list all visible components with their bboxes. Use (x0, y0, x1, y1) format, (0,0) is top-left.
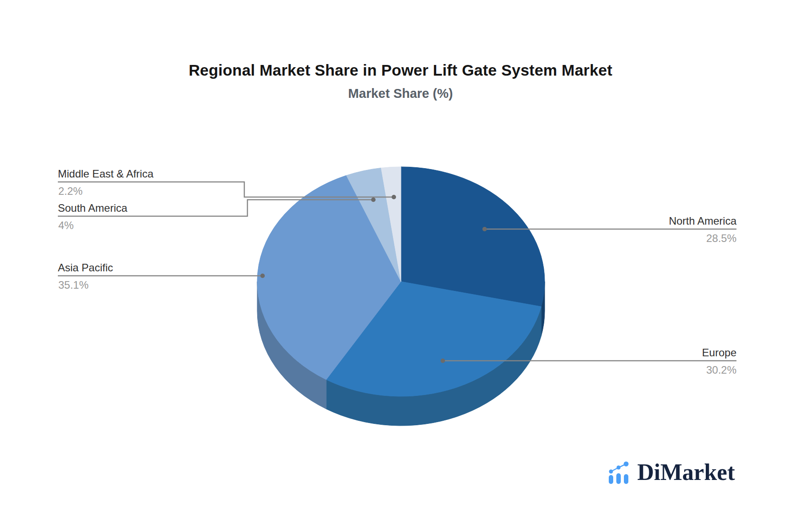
bar-line-chart-icon (608, 460, 631, 485)
leader-dot (482, 227, 487, 231)
slice-value-europe: 30.2% (706, 363, 736, 377)
slice-value-north-america: 28.5% (706, 232, 736, 245)
leader-dot (260, 274, 265, 278)
slice-label-middle-east-africa: Middle East & Africa (58, 167, 154, 181)
slice-value-middle-east-africa: 2.2% (58, 185, 83, 198)
leader-dot (441, 359, 445, 363)
slice-value-asia-pacific: 35.1% (58, 278, 89, 292)
slice-label-south-america: South America (58, 202, 127, 215)
slice-label-asia-pacific: Asia Pacific (58, 261, 113, 274)
leader-dot (371, 197, 376, 202)
slice-label-north-america: North America (669, 214, 736, 228)
pie-chart-canvas (0, 0, 801, 532)
slice-value-south-america: 4% (58, 219, 74, 232)
leader-dot (392, 195, 396, 199)
dimarket-logo-text: DiMarket (637, 460, 735, 485)
slice-label-europe: Europe (702, 346, 736, 359)
dimarket-logo[interactable]: DiMarket (608, 460, 735, 485)
